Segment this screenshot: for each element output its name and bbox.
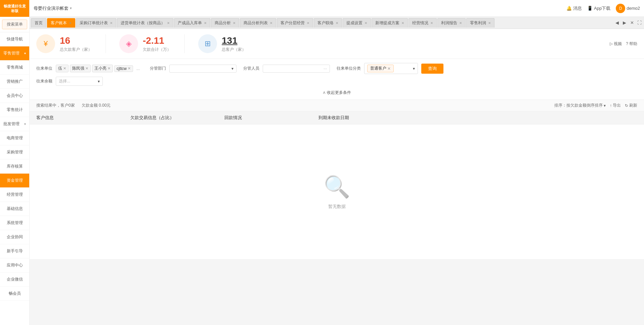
filter-row-2: 往来余额 选择... ▾ (36, 77, 637, 86)
stat-block-1: ◈ -2.11 欠款合计（万） (119, 34, 185, 53)
sidebar-item-16[interactable]: 企业微信 (0, 273, 29, 287)
refresh-button[interactable]: ↻ 刷新 (625, 103, 637, 108)
tab-scroll-left[interactable]: ◀ (614, 18, 620, 28)
sidebar-item-label-1: 零售商城 (7, 65, 23, 70)
sidebar-item-5[interactable]: 批发管理▾ (0, 117, 29, 131)
sidebar-item-1[interactable]: 零售商城 (0, 61, 29, 75)
sidebar-item-2[interactable]: 营销推广 (0, 75, 29, 89)
table-container: 客户信息欠款交易信息（占比）回款情况到期未收款日期 🔍 暂无数据 (30, 111, 644, 259)
sidebar-item-13[interactable]: 企业协同 (0, 230, 29, 244)
tab-item-7[interactable]: 客户分层经营✕ (277, 18, 313, 28)
tab-item-2[interactable]: 采购订单统计表✕ (76, 18, 116, 28)
stat-info-0: 16 总欠款客户（家） (60, 35, 92, 52)
sidebar-item-8[interactable]: 库存核算 (0, 159, 29, 174)
amount-select[interactable]: 选择... ▾ (56, 77, 103, 86)
collapse-button[interactable]: ∧ 收起更多条件 (36, 88, 637, 97)
topbar-right: 🔔 消息 📱 App下载 D demo2 (566, 4, 640, 13)
search-menu-button[interactable]: 搜索菜单 (2, 20, 27, 29)
unit-tag-label-3: cjttcw (117, 66, 127, 71)
sidebar-item-0[interactable]: 零售管理▾ (0, 46, 29, 61)
result-text: 搜索结果中，客户0家 欠款金额 0.00元 (36, 103, 111, 108)
unit-tag-3: cjttcw ✕ (114, 65, 133, 72)
sidebar-item-3[interactable]: 会员中心 (0, 89, 29, 103)
tab-item-4[interactable]: 产成品入库单✕ (174, 18, 210, 28)
tab-label-0: 首页 (35, 20, 43, 26)
tab-close-icon-1[interactable]: ✕ (69, 21, 72, 25)
more-tags-btn[interactable]: ... (136, 66, 140, 71)
stats-bar: ¥ 16 总欠款客户（家） ◈ -2.11 欠款合计（万） ⊞ 131 总客户（… (30, 29, 644, 59)
tab-item-3[interactable]: 进货单统计表（按商品）✕ (117, 18, 173, 28)
sort-label[interactable]: 排序：按欠款金额倒序排序 ▾ (554, 103, 606, 108)
tab-close-icon-5[interactable]: ✕ (233, 21, 235, 25)
filter-area: 往来单位 伍 ✕陈民强 ✕王小亮 ✕cjttcw ✕ ... 分管部门 ▾ 分管… (30, 59, 644, 100)
tab-close-icon-11[interactable]: ✕ (430, 21, 433, 25)
sidebar-item-label-2: 营销推广 (7, 79, 23, 84)
export-button[interactable]: ↑ 导出 (610, 103, 621, 108)
table-body: 🔍 暂无数据 (30, 124, 644, 259)
tab-item-12[interactable]: 利润报告✕ (437, 18, 466, 28)
tab-maximize[interactable]: ⛶ (636, 18, 643, 28)
tab-item-10[interactable]: 新增提成方案✕ (372, 18, 408, 28)
sidebar-item-4[interactable]: 零售统计 (0, 103, 29, 117)
tab-item-13[interactable]: 零售利润✕ (466, 18, 495, 28)
tab-item-8[interactable]: 客户联络✕ (314, 18, 342, 28)
tab-item-6[interactable]: 商品分析列表✕ (240, 18, 276, 28)
unit-class-close-icon[interactable]: ✕ (387, 66, 391, 71)
video-link[interactable]: ▷ 视频 (610, 41, 622, 47)
sidebar-item-11[interactable]: 基础信息 (0, 202, 29, 216)
tab-item-11[interactable]: 经营情况✕ (409, 18, 437, 28)
help-link[interactable]: ? 帮助 (626, 41, 637, 47)
tab-item-9[interactable]: 提成设置✕ (343, 18, 371, 28)
unit-tag-close-1[interactable]: ✕ (85, 66, 88, 71)
avatar: D (616, 4, 625, 13)
sidebar-item-12[interactable]: 系统管理 (0, 216, 29, 230)
sidebar-item-label-14: 新手引导 (7, 249, 23, 253)
tab-close-all[interactable]: ✕ (629, 18, 635, 28)
stat-value-0: 16 (60, 35, 92, 46)
tab-close-icon-10[interactable]: ✕ (401, 21, 404, 25)
stat-value-2: 131 (222, 35, 246, 46)
tab-close-icon-3[interactable]: ✕ (167, 21, 170, 25)
tab-close-icon-9[interactable]: ✕ (364, 21, 367, 25)
tab-close-icon-13[interactable]: ✕ (488, 21, 491, 25)
dept-label: 分管部门 (150, 66, 166, 71)
tabbar: 首页客户账本✕采购订单统计表✕进货单统计表（按商品）✕产成品入库单✕商品分析✕商… (30, 17, 644, 29)
dept-select[interactable]: ▾ (169, 65, 237, 73)
stat-info-1: -2.11 欠款合计（万） (143, 35, 171, 52)
tab-close-icon-8[interactable]: ✕ (336, 21, 338, 25)
messages-button[interactable]: 🔔 消息 (566, 5, 582, 11)
person-label: 分管人员 (243, 66, 259, 71)
unit-class-select[interactable]: 普通客户 ✕ ▾ (364, 63, 418, 74)
unit-tag-close-0[interactable]: ✕ (63, 66, 66, 71)
unit-tag-2: 王小亮 ✕ (92, 65, 113, 72)
sidebar-item-6[interactable]: 电商管理 (0, 131, 29, 145)
sidebar-item-label-3: 会员中心 (7, 93, 23, 98)
sidebar-item-7[interactable]: 采购管理 (0, 145, 29, 159)
result-actions: 排序：按欠款金额倒序排序 ▾ ↑ 导出 ↻ 刷新 (554, 103, 637, 108)
app-download-button[interactable]: 📱 App下载 (587, 5, 610, 11)
unit-tag-close-3[interactable]: ✕ (128, 66, 131, 71)
tab-item-0[interactable]: 首页 (31, 18, 46, 28)
sidebar-item-9[interactable]: 资金管理 (0, 174, 29, 188)
tab-scroll-right[interactable]: ▶ (621, 18, 628, 28)
sidebar-item-15[interactable]: 应用中心 (0, 258, 29, 273)
tab-close-icon-2[interactable]: ✕ (110, 21, 113, 25)
tab-item-5[interactable]: 商品分析✕ (211, 18, 239, 28)
sidebar-item-quick-nav[interactable]: 快捷导航 (0, 32, 29, 46)
sidebar-item-14[interactable]: 新手引导 (0, 244, 29, 258)
person-select[interactable]: ··· (263, 65, 330, 73)
query-button[interactable]: 查询 (421, 64, 443, 74)
tab-item-1[interactable]: 客户账本✕ (47, 18, 75, 28)
topbar-left: 母婴行业演示帐套 ▾ (34, 5, 72, 11)
tab-close-icon-7[interactable]: ✕ (307, 21, 309, 25)
sidebar-item-17[interactable]: 畅会员 (0, 287, 29, 301)
tab-close-icon-12[interactable]: ✕ (459, 21, 462, 25)
sidebar-arrow-icon-5: ▾ (24, 122, 26, 126)
user-menu[interactable]: D demo2 (616, 4, 640, 13)
unit-tag-close-2[interactable]: ✕ (108, 66, 111, 71)
company-name[interactable]: 母婴行业演示帐套 ▾ (34, 5, 72, 11)
tab-close-icon-4[interactable]: ✕ (204, 21, 207, 25)
stat-block-2: ⊞ 131 总客户（家） (198, 34, 259, 53)
sidebar-item-10[interactable]: 经营管理 (0, 188, 29, 202)
tab-close-icon-6[interactable]: ✕ (270, 21, 272, 25)
